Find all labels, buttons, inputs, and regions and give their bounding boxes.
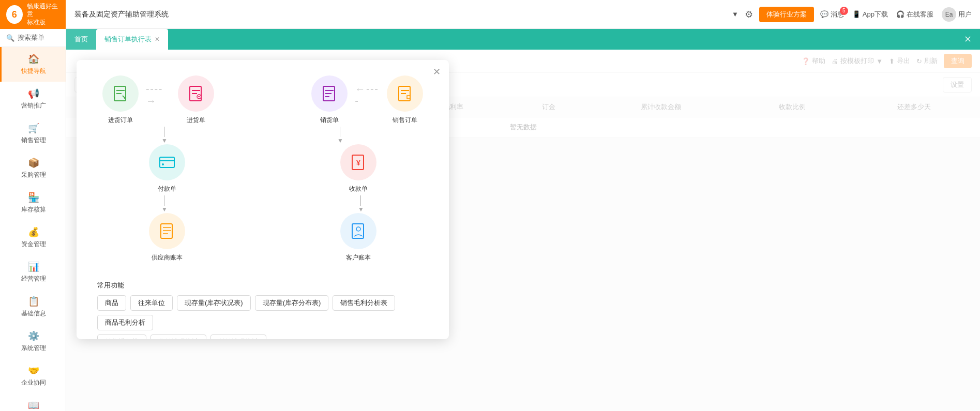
receipt-bill-circle: ¥: [340, 144, 376, 180]
user-action[interactable]: Ea 用户: [942, 7, 972, 22]
basic-icon: 📋: [28, 296, 39, 307]
quick-nav-modal: ✕ 进货订单: [77, 60, 449, 339]
svg-text:¥: ¥: [356, 159, 360, 167]
flow-item-purchase-bill[interactable]: 进货单: [173, 75, 219, 125]
flow-item-sales-order[interactable]: 销售订单: [382, 75, 428, 125]
func-btn-product[interactable]: 商品: [97, 295, 126, 311]
sidebar-search[interactable]: 🔍 搜索菜单: [0, 29, 66, 47]
sidebar-item-finance[interactable]: 💰 资金管理: [0, 220, 66, 255]
tab-sales-order[interactable]: 销售订单执行表 ✕: [96, 29, 168, 50]
func-btn-payment-stat[interactable]: 付款情况统计: [210, 334, 266, 339]
flow-row-3: 供应商账本 客户账本: [97, 213, 428, 262]
modal-close-btn[interactable]: ✕: [433, 66, 441, 78]
mobile-icon: 📱: [852, 10, 861, 18]
flow-row-1: 进货订单 - - - - → 进货单: [97, 75, 428, 125]
func-btn-product-profit[interactable]: 商品毛利分析: [97, 315, 153, 330]
guide-icon: 📖: [28, 400, 39, 411]
tab-close-icon[interactable]: ✕: [155, 36, 160, 43]
home-icon: 🏠: [28, 53, 39, 65]
topbar: 装备及固定资产辅助管理系统 ▼ ⚙ 体验行业方案 💬 消息 5 📱 App下载 …: [66, 0, 980, 29]
flow-item-purchase-order[interactable]: 进货订单: [97, 75, 144, 125]
sales-bill-circle: [311, 75, 348, 112]
common-functions: 常用功能 商品 往来单位 现存量(库存状况表) 现存量(库存分布表) 销售毛利分…: [77, 272, 449, 339]
supplier-ledger-label: 供应商账本: [152, 253, 183, 262]
inventory-icon: 🏪: [28, 192, 39, 203]
func-btn-sales-rank[interactable]: 销售排行榜: [97, 334, 146, 339]
avatar: Ea: [942, 7, 956, 22]
flow-item-receipt-bill[interactable]: ¥ 收款单: [335, 144, 382, 193]
close-tab-icon[interactable]: ✕: [964, 34, 980, 45]
flow-arrows-row: ▼ ▼: [97, 127, 428, 144]
flow-arrows-row2: ▼ ▼: [97, 195, 428, 213]
svg-point-25: [356, 227, 360, 231]
sidebar: 6 畅康通好生意 标准版 🔍 搜索菜单 🏠 快捷导航 📢 营销推广 🛒 销售管理: [0, 0, 66, 411]
sidebar-item-quick-nav[interactable]: 🏠 快捷导航: [0, 47, 66, 82]
service-icon: 🎧: [896, 10, 904, 18]
marketing-icon: 📢: [28, 88, 39, 99]
arrow-purchase-to-bill: - - - - →: [144, 83, 173, 117]
sidebar-item-marketing[interactable]: 📢 营销推广: [0, 82, 66, 116]
finance-icon: 💰: [28, 226, 39, 238]
flow-area: 进货订单 - - - - → 进货单: [77, 60, 449, 272]
message-action[interactable]: 💬 消息 5: [820, 10, 844, 19]
logo-text: 畅康通好生意 标准版: [27, 3, 59, 27]
tab-home[interactable]: 首页: [66, 29, 96, 50]
supplier-ledger-circle: [149, 213, 185, 249]
flow-row-2: 付款单 ¥ 收款单: [97, 144, 428, 193]
message-icon: 💬: [820, 10, 828, 18]
purchase-icon: 📦: [28, 157, 39, 169]
main-area: 装备及固定资产辅助管理系统 ▼ ⚙ 体验行业方案 💬 消息 5 📱 App下载 …: [66, 0, 980, 411]
sidebar-item-sales[interactable]: 🛒 销售管理: [0, 116, 66, 151]
sidebar-item-operation[interactable]: 📊 经营管理: [0, 255, 66, 290]
flow-item-sales-bill[interactable]: 销货单: [306, 75, 353, 125]
flow-item-payment-bill[interactable]: 付款单: [144, 144, 190, 193]
sales-icon: 🛒: [28, 123, 39, 134]
sidebar-item-basic[interactable]: 📋 基础信息: [0, 290, 66, 324]
func-btn-partner[interactable]: 往来单位: [130, 295, 173, 311]
flow-item-customer-ledger[interactable]: 客户账本: [335, 213, 382, 262]
flow-item-supplier-ledger[interactable]: 供应商账本: [144, 213, 190, 262]
sidebar-item-purchase[interactable]: 📦 采购管理: [0, 151, 66, 186]
sidebar-item-guide[interactable]: 📖 新手引导: [0, 393, 66, 411]
purchase-bill-circle: [178, 75, 214, 112]
func-btn-stock-dist[interactable]: 现存量(库存分布表): [255, 295, 329, 311]
common-title: 常用功能: [97, 281, 428, 290]
online-service-action[interactable]: 🎧 在线客服: [896, 10, 933, 19]
sidebar-item-system[interactable]: ⚙️ 系统管理: [0, 324, 66, 359]
purchase-order-circle: [102, 75, 139, 112]
sidebar-nav: 🏠 快捷导航 📢 营销推广 🛒 销售管理 📦 采购管理 🏪 库存核算 💰: [0, 47, 66, 411]
logo-icon: 6: [6, 5, 23, 24]
content-area: ❓ 帮助 🖨 按模板打印 ▼ ⬆ 导出 ↻ 刷新 查询: [66, 50, 980, 411]
sales-bill-label: 销货单: [320, 116, 339, 125]
func-btn-sales-profit[interactable]: 销售毛利分析表: [333, 295, 395, 311]
customer-ledger-label: 客户账本: [346, 253, 371, 262]
dropdown-chevron-icon: ▼: [732, 10, 738, 18]
sales-order-circle: [387, 75, 423, 112]
message-badge: 5: [840, 7, 848, 15]
sidebar-item-inventory[interactable]: 🏪 库存核算: [0, 186, 66, 220]
svg-rect-15: [160, 157, 174, 168]
system-icon: ⚙️: [28, 330, 39, 342]
system-title: 装备及固定资产辅助管理系统: [74, 10, 726, 19]
func-buttons-row2: 销售排行榜 收款情况统计 付款情况统计: [97, 334, 428, 339]
customer-ledger-circle: [340, 213, 376, 249]
sidebar-item-corp[interactable]: 🤝 企业协同: [0, 359, 66, 393]
sales-order-label: 销售订单: [393, 116, 417, 125]
operation-icon: 📊: [28, 261, 39, 272]
system-dropdown[interactable]: ▼: [732, 10, 738, 18]
func-btn-stock-status[interactable]: 现存量(库存状况表): [177, 295, 251, 311]
corp-icon: 🤝: [28, 365, 39, 376]
sidebar-logo: 6 畅康通好生意 标准版: [0, 0, 66, 29]
func-buttons-row1: 商品 往来单位 现存量(库存状况表) 现存量(库存分布表) 销售毛利分析表 商品…: [97, 295, 428, 330]
purchase-order-label: 进货订单: [108, 116, 133, 125]
app-download-action[interactable]: 📱 App下载: [852, 10, 888, 19]
settings-icon[interactable]: ⚙: [745, 9, 753, 20]
experience-btn[interactable]: 体验行业方案: [759, 7, 814, 22]
topbar-actions: 💬 消息 5 📱 App下载 🎧 在线客服 Ea 用户: [820, 7, 972, 22]
tabbar: 首页 销售订单执行表 ✕ ✕: [66, 29, 980, 50]
svg-rect-20: [161, 224, 172, 238]
purchase-bill-label: 进货单: [187, 116, 205, 125]
receipt-bill-label: 收款单: [349, 185, 368, 193]
func-btn-receipt-stat[interactable]: 收款情况统计: [150, 334, 206, 339]
svg-point-17: [162, 163, 164, 165]
